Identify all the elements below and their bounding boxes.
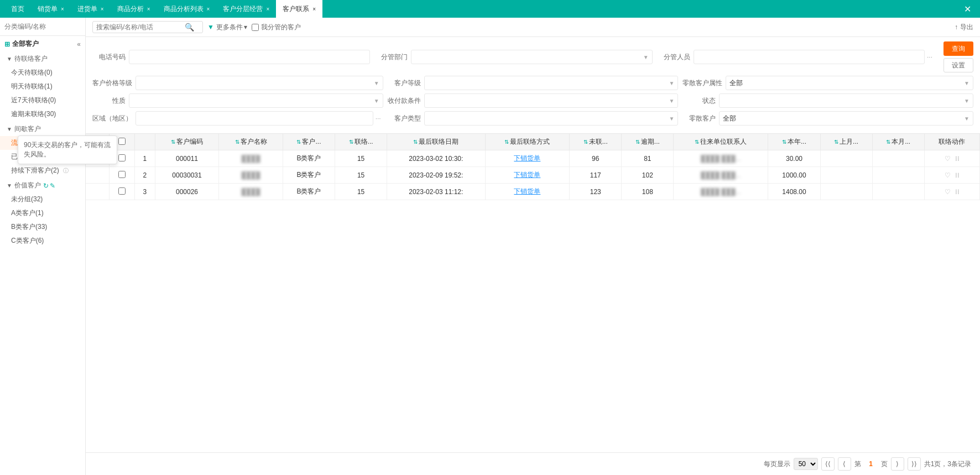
sort-icon-last-month: ⇅ xyxy=(834,139,838,145)
more-conditions-button[interactable]: ▼ 更多条件 ▾ xyxy=(207,23,247,32)
select-all-checkbox[interactable] xyxy=(118,138,126,145)
filter-person: 分管人员 ··· xyxy=(657,50,935,64)
cell-last-method[interactable]: 下销货单 xyxy=(485,167,570,184)
payment-arrow: ▼ xyxy=(669,98,674,104)
phone-input[interactable] xyxy=(129,50,370,64)
th-last-month[interactable]: ⇅上月... xyxy=(820,134,872,150)
th-contact[interactable]: ⇅联络... xyxy=(335,134,387,150)
th-name[interactable]: ⇅客户名称 xyxy=(219,134,283,150)
window-close-button[interactable]: ✕ xyxy=(960,4,976,14)
th-overdue[interactable]: ⇅逾期... xyxy=(622,134,674,150)
th-no-contact[interactable]: ⇅未联... xyxy=(570,134,622,150)
sidebar-item-overdue-contact[interactable]: 逾期未联络(30) xyxy=(0,107,85,121)
sidebar-item-class-a[interactable]: A类客户(1) xyxy=(0,206,85,220)
nature-select[interactable]: ▼ xyxy=(129,93,383,108)
phone-label: 电话号码 xyxy=(92,53,126,62)
cell-last-date: 2023-03-02 10:30: xyxy=(387,150,485,167)
tab-close-customer-contact[interactable]: × xyxy=(312,6,316,12)
cell-last-method[interactable]: 下销货单 xyxy=(485,184,570,200)
per-page-select[interactable]: 50 xyxy=(794,458,818,470)
zero-attr-select[interactable]: 全部 ▼ xyxy=(726,76,973,90)
row-checkbox-0[interactable] xyxy=(118,154,126,161)
row-checkbox-2[interactable] xyxy=(118,187,126,195)
action-icon-1[interactable]: ♡ xyxy=(945,188,951,196)
sort-icon-this-month: ⇅ xyxy=(886,139,890,145)
toolbar-search-input[interactable] xyxy=(96,23,185,31)
th-last-date[interactable]: ⇅最后联络日期 xyxy=(387,134,485,150)
tab-close-sales-order[interactable]: × xyxy=(61,6,64,12)
action-icon-1[interactable]: ♡ xyxy=(945,171,951,179)
th-this-month[interactable]: ⇅本月... xyxy=(872,134,924,150)
next-page-button[interactable]: ⟩ xyxy=(891,457,904,471)
sidebar-item-class-c[interactable]: C类客户(6) xyxy=(0,234,85,248)
row-checkbox-1[interactable] xyxy=(118,171,126,178)
sidebar-item-tomorrow[interactable]: 明天待联络(1) xyxy=(0,80,85,93)
sidebar-group-value-label[interactable]: ▼ 价值客户 ↻ ✎ xyxy=(0,179,85,192)
cell-action-buttons[interactable]: ♡ ⁞⁞ xyxy=(924,167,979,184)
action-icon-2[interactable]: ⁞⁞ xyxy=(955,171,960,179)
grid-icon: ⊞ xyxy=(4,40,10,48)
region-select[interactable] xyxy=(135,111,373,126)
sidebar-item-today[interactable]: 今天待联络(0) xyxy=(0,66,85,80)
th-code[interactable]: ⇅客户编码 xyxy=(155,134,219,150)
export-button[interactable]: ↑ 导出 xyxy=(955,23,973,32)
customer-type-select[interactable]: ▼ xyxy=(424,111,679,126)
zero-customer-select[interactable]: 全部 ▼ xyxy=(719,111,973,126)
tab-product-analysis-list[interactable]: 商品分析列表 × xyxy=(157,0,217,18)
sidebar-group-pending-label[interactable]: ▼ 待联络客户 xyxy=(0,52,85,66)
settings-button[interactable]: 设置 xyxy=(943,58,973,72)
toolbar-search-icon[interactable]: 🔍 xyxy=(185,23,194,32)
th-this-year[interactable]: ⇅本年... xyxy=(768,134,820,150)
tab-close-purchase-order[interactable]: × xyxy=(101,6,104,12)
sidebar-group-intermittent-label[interactable]: ▼ 间歇客户 xyxy=(0,122,85,136)
region-dots[interactable]: ··· xyxy=(373,114,383,122)
sidebar-item-class-b[interactable]: B类客户(33) xyxy=(0,220,85,234)
tab-close-product-analysis[interactable]: × xyxy=(147,6,150,12)
customer-level-select[interactable]: ▼ xyxy=(424,76,679,90)
cell-action-buttons[interactable]: ♡ ⁞⁞ xyxy=(924,150,979,167)
cell-this-year: 1408.00 xyxy=(768,184,820,200)
refresh-icon[interactable]: ↻ xyxy=(43,182,49,190)
cell-checkbox[interactable] xyxy=(109,167,134,184)
query-button[interactable]: 查询 xyxy=(943,41,973,56)
price-level-select[interactable]: ▼ xyxy=(135,76,383,90)
cell-checkbox[interactable] xyxy=(109,184,134,200)
payment-select[interactable]: ▼ xyxy=(424,93,679,108)
status-select[interactable]: ▼ xyxy=(719,93,973,108)
my-customer-checkbox[interactable] xyxy=(252,24,259,31)
arrow-icon-2: ▼ xyxy=(7,126,12,132)
tab-customer-contact[interactable]: 客户联系 × xyxy=(276,0,322,18)
sidebar-item-7days[interactable]: 近7天待联络(0) xyxy=(0,93,85,107)
dept-select[interactable]: ▼ xyxy=(411,50,652,64)
filter-row-1: 电话号码 分管部门 ▼ 分管人员 ··· xyxy=(92,41,973,72)
action-icon-2[interactable]: ⁞⁞ xyxy=(955,155,960,163)
last-page-button[interactable]: ⟩⟩ xyxy=(908,457,921,471)
tab-close-product-analysis-list[interactable]: × xyxy=(207,6,210,12)
person-select[interactable] xyxy=(694,50,925,64)
sidebar-group-pending: ▼ 待联络客户 今天待联络(0) 明天待联络(1) 近7天待联络(0) 逾期未联… xyxy=(0,52,85,121)
cell-unit-contact: ████ ███... xyxy=(674,184,768,200)
cell-last-method[interactable]: 下销货单 xyxy=(485,150,570,167)
th-last-method[interactable]: ⇅最后联络方式 xyxy=(485,134,570,150)
prev-page-button[interactable]: ⟨ xyxy=(838,457,851,471)
cell-last-date: 2023-02-03 11:12: xyxy=(387,184,485,200)
action-icon-2[interactable]: ⁞⁞ xyxy=(955,188,960,196)
first-page-button[interactable]: ⟨⟨ xyxy=(821,457,835,471)
tab-home[interactable]: 首页 xyxy=(4,0,31,18)
tab-purchase-order[interactable]: 进货单 × xyxy=(71,0,111,18)
tab-product-analysis[interactable]: 商品分析 × xyxy=(111,0,157,18)
sidebar-item-ungrouped[interactable]: 未分组(32) xyxy=(0,192,85,206)
tab-sales-order[interactable]: 销货单 × xyxy=(31,0,71,18)
tab-customer-segment[interactable]: 客户分层经营 × xyxy=(216,0,276,18)
my-customer-checkbox-container[interactable]: 我分管的客户 xyxy=(252,23,301,32)
edit-icon[interactable]: ✎ xyxy=(50,182,55,190)
person-dots[interactable]: ··· xyxy=(925,53,935,61)
action-icon-1[interactable]: ♡ xyxy=(945,155,951,163)
cell-action-buttons[interactable]: ♡ ⁞⁞ xyxy=(924,184,979,200)
th-unit-contact[interactable]: ⇅往来单位联系人 xyxy=(674,134,768,150)
sidebar-root[interactable]: ⊞ 全部客户 « xyxy=(0,36,85,52)
sidebar-item-declining[interactable]: 持续下滑客户(2) ⓘ xyxy=(0,164,85,178)
sidebar-search-input[interactable] xyxy=(4,23,86,30)
tab-close-customer-segment[interactable]: × xyxy=(266,6,269,12)
th-level[interactable]: ⇅客户... xyxy=(283,134,335,150)
